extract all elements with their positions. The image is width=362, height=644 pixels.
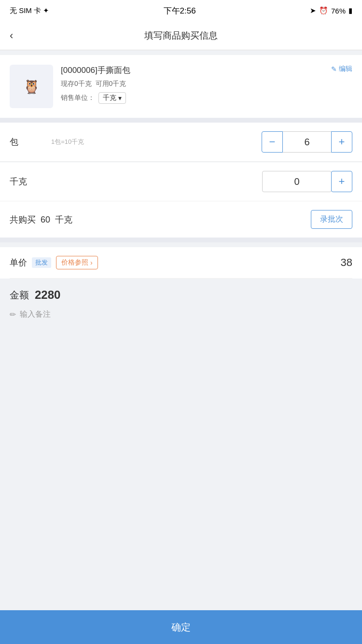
product-info: [0000006]手撕面包 现存0千克 可用0千克 销售单位： 千克 ▾ xyxy=(61,65,352,104)
divider-1 xyxy=(0,118,362,123)
confirm-button-label: 确定 xyxy=(171,621,191,634)
price-section: 单价 批发 价格参照 › 38 xyxy=(0,247,362,279)
total-quantity: 60 xyxy=(41,215,50,224)
kg-input-section: 千克 + xyxy=(0,162,362,201)
product-image: 🦉 xyxy=(10,65,53,108)
product-card: 🦉 [0000006]手撕面包 现存0千克 可用0千克 销售单位： 千克 ▾ ✎… xyxy=(0,55,362,118)
bao-quantity-input[interactable] xyxy=(283,131,331,153)
page-title: 填写商品购买信息 xyxy=(144,29,218,42)
bao-hint: 1包=10千克 xyxy=(51,138,262,146)
edit-icon: ✎ xyxy=(331,65,337,73)
kg-row: 千克 + xyxy=(0,162,362,201)
total-text: 共购买 60 千克 xyxy=(10,214,72,225)
status-location-icon: ➤ xyxy=(310,6,316,15)
confirm-bar[interactable]: 确定 xyxy=(0,610,362,644)
bao-label: 包 xyxy=(10,136,48,148)
status-no-sim: 无 SIM 卡 ✦ xyxy=(10,6,49,15)
bao-plus-button[interactable]: + xyxy=(331,131,352,153)
divider-2 xyxy=(0,238,362,242)
edit-button[interactable]: ✎ 编辑 xyxy=(331,65,352,73)
status-battery-icon: ▮ xyxy=(348,6,352,15)
bao-input-section: 包 1包=10千克 − + xyxy=(0,123,362,162)
product-logo-icon: 🦉 xyxy=(23,79,40,95)
amount-value: 2280 xyxy=(35,288,60,302)
total-row: 共购买 60 千克 录批次 xyxy=(0,201,362,238)
status-alarm-icon: ⏰ xyxy=(319,6,328,15)
nav-bar: ‹ 填写商品购买信息 xyxy=(0,21,362,50)
remark-icon: ✏ xyxy=(10,310,16,319)
kg-label: 千克 xyxy=(10,176,48,187)
amount-row: 金额 2280 xyxy=(10,288,352,302)
amount-section: 金额 2280 ✏ 输入备注 xyxy=(0,279,362,324)
status-bar: 无 SIM 卡 ✦ 下午2:56 ➤ ⏰ 76% ▮ xyxy=(0,0,362,21)
main-content-area xyxy=(0,324,362,644)
status-time: 下午2:56 xyxy=(164,5,196,16)
remark-row[interactable]: ✏ 输入备注 xyxy=(10,309,352,320)
unit-select[interactable]: 千克 ▾ xyxy=(98,92,126,104)
price-reference-button[interactable]: 价格参照 › xyxy=(56,256,98,269)
bao-row: 包 1包=10千克 − + xyxy=(0,123,362,162)
edit-label: 编辑 xyxy=(339,65,352,73)
kg-quantity-control: + xyxy=(262,171,352,192)
price-row: 单价 批发 价格参照 › 38 xyxy=(10,256,352,279)
price-label: 单价 xyxy=(10,257,27,268)
amount-label: 金额 xyxy=(10,289,29,302)
unit-label: 销售单位： xyxy=(61,94,95,102)
bao-minus-button[interactable]: − xyxy=(262,131,283,153)
bao-quantity-control: − + xyxy=(262,131,352,153)
price-tag: 批发 xyxy=(32,257,51,268)
remark-label: 输入备注 xyxy=(20,309,51,320)
status-right-group: ➤ ⏰ 76% ▮ xyxy=(310,6,352,15)
kg-quantity-input[interactable] xyxy=(262,171,332,192)
product-name: [0000006]手撕面包 xyxy=(61,65,352,76)
status-battery: 76% xyxy=(331,7,346,15)
kg-plus-button[interactable]: + xyxy=(331,171,352,192)
price-value: 38 xyxy=(341,256,352,269)
product-unit-row: 销售单位： 千克 ▾ xyxy=(61,92,352,104)
batch-button[interactable]: 录批次 xyxy=(311,210,352,229)
back-button[interactable]: ‹ xyxy=(10,29,13,42)
product-stock: 现存0千克 可用0千克 xyxy=(61,80,352,88)
